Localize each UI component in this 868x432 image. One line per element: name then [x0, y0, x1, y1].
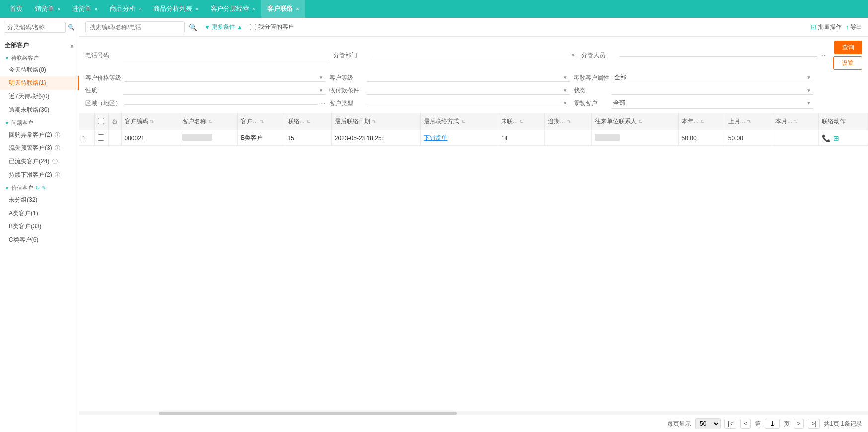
cell-unit-contact [591, 130, 678, 146]
horizontal-scrollbar[interactable] [79, 411, 868, 415]
nav-customer-contact[interactable]: 客户联络 × [261, 0, 305, 18]
batch-operation-button[interactable]: ☑ 批量操作 [811, 23, 842, 31]
col-header-last-month[interactable]: 上月... ⇅ [725, 113, 772, 130]
cell-last-method: 下销货单 [421, 130, 498, 146]
sort-icon: ⇅ [372, 119, 376, 124]
filter-region: 区域（地区） ··· [85, 99, 325, 108]
page-input[interactable] [765, 419, 780, 429]
retail-select[interactable]: 全部 ▼ [611, 98, 813, 109]
nav-purchase-order[interactable]: 进货单 × [66, 0, 103, 18]
close-icon[interactable]: × [94, 6, 97, 12]
close-icon[interactable]: × [57, 6, 60, 12]
cell-uncontacted: 14 [498, 130, 544, 146]
region-more-button[interactable]: ··· [320, 100, 325, 107]
col-header-code[interactable]: 客户编码 ⇅ [121, 113, 179, 130]
sidebar-all-customers[interactable]: 全部客户 « [0, 37, 79, 52]
page-size-select[interactable]: 50 100 200 [695, 418, 721, 429]
query-button[interactable]: 查询 [834, 41, 862, 54]
sidebar-item-typeA[interactable]: A类客户(1) [0, 207, 79, 220]
status-select[interactable]: ▼ [611, 87, 813, 95]
sort-icon: ⇅ [700, 119, 704, 124]
phone-input[interactable] [123, 51, 329, 60]
toolbar-right: ☑ 批量操作 ↑ 导出 [811, 23, 862, 31]
nav-product-analysis-list[interactable]: 商品分析列表 × [147, 0, 204, 18]
customer-type-select[interactable]: ▼ [367, 99, 569, 107]
row-checkbox[interactable] [98, 134, 104, 141]
chevron-down-icon: ▼ [571, 52, 576, 58]
first-page-button[interactable]: |< [724, 419, 736, 429]
chevron-down-icon: ▼ [563, 100, 568, 106]
sidebar-item-tomorrow[interactable]: 明天待联络(1) [0, 76, 79, 90]
sidebar-item-lost[interactable]: 已流失客户(24) ⓘ [0, 155, 79, 168]
prev-page-button[interactable]: < [740, 419, 751, 429]
col-header-contact[interactable]: 联络... ⇅ [285, 113, 331, 130]
cell-this-month [772, 130, 819, 146]
search-icon[interactable]: 🔍 [68, 24, 75, 31]
nav-customer-stratification[interactable]: 客户分层经营 × [205, 0, 261, 18]
export-button[interactable]: ↑ 导出 [846, 23, 862, 31]
chevron-down-icon: ▼ [563, 75, 568, 80]
nav-sales-order[interactable]: 销货单 × [29, 0, 66, 18]
payment-select[interactable]: ▼ [367, 87, 569, 95]
sidebar-item-overdue[interactable]: 逾期未联络(30) [0, 103, 79, 117]
col-header-this-year[interactable]: 本年... ⇅ [678, 113, 725, 130]
page-label: 第 [755, 420, 761, 428]
col-header-uncontacted[interactable]: 未联... ⇅ [498, 113, 544, 130]
nav-product-analysis[interactable]: 商品分析 × [104, 0, 147, 18]
search-input[interactable] [85, 21, 185, 33]
sidebar-item-ungrouped[interactable]: 未分组(32) [0, 193, 79, 207]
sidebar-item-abnormal[interactable]: 回购异常客户(2) ⓘ [0, 128, 79, 142]
col-header-name[interactable]: 客户名称 ⇅ [179, 113, 238, 130]
sort-icon: ⇅ [794, 119, 797, 124]
toolbar: 🔍 ▼ 更多条件 ▲ 我分管的客户 ☑ 批量操作 ↑ 导出 [79, 18, 868, 37]
retail-attr-select[interactable]: 全部 ▼ [612, 72, 813, 83]
col-header-type[interactable]: 客户... ⇅ [238, 113, 285, 130]
next-page-button[interactable]: > [794, 419, 804, 429]
search-button[interactable]: 🔍 [189, 23, 197, 31]
col-header-overdue[interactable]: 逾期... ⇅ [545, 113, 591, 130]
gear-icon[interactable]: ⚙ [112, 118, 118, 126]
sidebar-group-pending: 待联络客户 [0, 52, 79, 63]
close-icon[interactable]: × [252, 6, 255, 12]
settings-button[interactable]: 设置 [833, 56, 862, 70]
select-all-checkbox[interactable] [98, 118, 104, 124]
col-header-last-date[interactable]: 最后联络日期 ⇅ [331, 113, 420, 130]
filter-retail-attr: 零散客户属性 全部 ▼ [574, 72, 813, 83]
dept-select[interactable]: ▼ [371, 51, 577, 59]
last-page-button[interactable]: >| [808, 419, 820, 429]
my-customers-checkbox[interactable] [250, 24, 256, 30]
close-icon[interactable]: × [139, 6, 142, 12]
close-icon[interactable]: × [296, 6, 299, 12]
sidebar-item-typeB[interactable]: B类客户(33) [0, 220, 79, 233]
last-method-link[interactable]: 下销货单 [424, 134, 447, 141]
col-header-this-month[interactable]: 本月... ⇅ [772, 113, 819, 130]
cell-gear [108, 130, 121, 146]
sidebar-item-week[interactable]: 近7天待联络(0) [0, 90, 79, 103]
filter-payment: 收付款条件 ▼ [329, 86, 569, 95]
cell-code: 000021 [121, 130, 179, 146]
customer-level-select[interactable]: ▼ [367, 74, 569, 82]
sidebar: 🔍 全部客户 « 待联络客户 今天待联络(0) 明天待联络(1) 近7天待联络(… [0, 18, 79, 432]
nature-select[interactable]: ▼ [123, 87, 325, 95]
my-customers-checkbox-label[interactable]: 我分管的客户 [250, 23, 294, 31]
sidebar-item-today[interactable]: 今天待联络(0) [0, 63, 79, 76]
more-filter-button[interactable]: ▼ 更多条件 ▲ [201, 21, 246, 33]
phone-action-icon[interactable]: 📞 [822, 134, 830, 142]
nav-home[interactable]: 首页 [4, 0, 29, 18]
grid-action-icon[interactable]: ⊞ [833, 134, 839, 142]
manager-more-button[interactable]: ··· [820, 52, 825, 59]
sidebar-search-input[interactable] [4, 22, 66, 33]
filter-customer-level: 客户等级 ▼ [329, 74, 569, 82]
sidebar-item-warning[interactable]: 流失预警客户(3) ⓘ [0, 142, 79, 155]
close-icon[interactable]: × [195, 6, 198, 12]
price-level-select[interactable]: ▼ [124, 74, 325, 82]
collapse-icon[interactable]: « [70, 42, 74, 50]
sidebar-item-typeC[interactable]: C类客户(6) [0, 233, 79, 247]
col-header-last-method[interactable]: 最后联络方式 ⇅ [421, 113, 498, 130]
top-navigation: 首页 销货单 × 进货单 × 商品分析 × 商品分析列表 × 客户分层经营 × … [0, 0, 868, 18]
sidebar-item-declining[interactable]: 持续下滑客户(2) ⓘ [0, 168, 79, 182]
filter-customer-type: 客户类型 ▼ [329, 99, 569, 108]
filter-row-2: 客户价格等级 ▼ 客户等级 ▼ 零散客户属性 全部 [85, 72, 862, 83]
col-header-unit-contact[interactable]: 往来单位联系人 ⇅ [591, 113, 678, 130]
filter-dept: 分管部门 ▼ [333, 51, 577, 60]
